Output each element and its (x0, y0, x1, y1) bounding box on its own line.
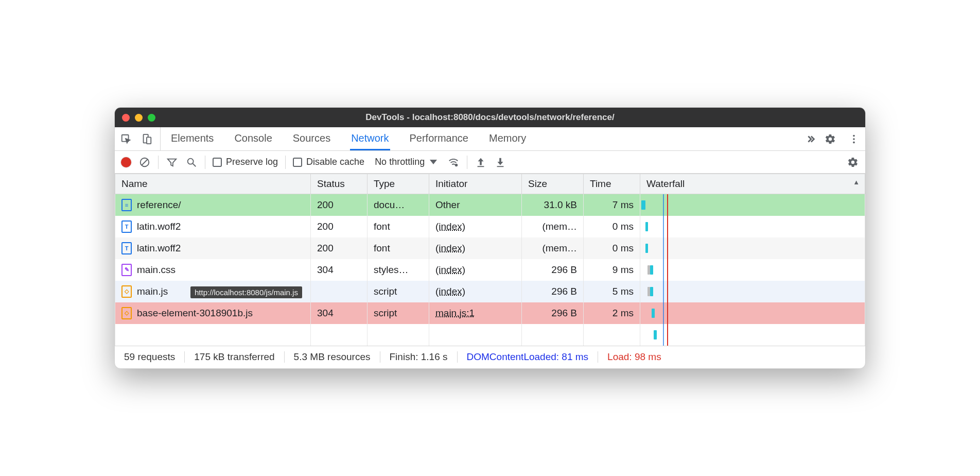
more-tabs-icon[interactable] (804, 133, 817, 145)
request-name: latin.woff2 (137, 221, 181, 232)
status-transferred: 175 kB transferred (185, 351, 284, 363)
panel-settings-gear-icon[interactable] (847, 156, 859, 168)
svg-rect-9 (478, 166, 484, 167)
window-title: DevTools - localhost:8080/docs/devtools/… (115, 112, 865, 123)
waterfall-cell[interactable] (640, 259, 865, 281)
status-load: Load: 98 ms (598, 351, 671, 363)
panel-tabs: ElementsConsoleSourcesNetworkPerformance… (170, 127, 804, 150)
initiator-cell: main.js:1 (429, 302, 522, 324)
time-cell: 9 ms (584, 259, 640, 281)
type-cell: styles… (367, 259, 429, 281)
upload-har-icon[interactable] (475, 156, 487, 168)
request-name: latin.woff2 (137, 243, 181, 254)
waterfall-cell[interactable] (640, 194, 865, 216)
tab-performance[interactable]: Performance (409, 127, 470, 150)
status-cell: 200 (311, 237, 367, 259)
size-cell: (mem… (522, 237, 584, 259)
initiator-link[interactable]: (index) (435, 286, 465, 297)
network-conditions-icon[interactable] (447, 156, 460, 168)
size-cell: 31.0 kB (522, 194, 584, 216)
tab-elements[interactable]: Elements (170, 127, 215, 150)
titlebar: DevTools - localhost:8080/docs/devtools/… (115, 108, 865, 127)
filter-icon[interactable] (166, 156, 178, 168)
col-name[interactable]: Name (115, 174, 311, 194)
waterfall-cell[interactable] (640, 237, 865, 259)
col-status[interactable]: Status (311, 174, 367, 194)
js-file-icon: ◇ (121, 285, 132, 298)
preserve-log-checkbox[interactable]: Preserve log (213, 157, 278, 167)
tab-sources[interactable]: Sources (292, 127, 331, 150)
svg-point-4 (853, 138, 855, 140)
js-file-icon: ◇ (121, 307, 132, 319)
request-name: main.css (137, 264, 176, 276)
throttling-select[interactable]: No throttling (372, 157, 440, 167)
col-time[interactable]: Time (584, 174, 640, 194)
tooltip: http://localhost:8080/js/main.js (190, 286, 302, 298)
status-requests: 59 requests (122, 351, 185, 363)
table-row[interactable]: T latin.woff2 200 font (index) (mem… 0 m… (115, 216, 865, 237)
col-type[interactable]: Type (367, 174, 429, 194)
font-file-icon: T (121, 220, 132, 233)
size-cell: (mem… (522, 216, 584, 237)
chevron-down-icon (430, 160, 437, 164)
col-initiator[interactable]: Initiator (429, 174, 522, 194)
table-row[interactable]: ≡ reference/ 200 docu… Other 31.0 kB 7 m… (115, 194, 865, 216)
record-button[interactable] (121, 157, 131, 167)
inspect-element-icon[interactable] (120, 133, 132, 145)
svg-rect-10 (497, 166, 504, 167)
col-waterfall[interactable]: Waterfall (640, 174, 865, 194)
tab-network[interactable]: Network (350, 127, 390, 150)
initiator-cell: (index) (429, 237, 522, 259)
table-row[interactable]: ◇ main.js http://localhost:8080/js/main.… (115, 281, 865, 302)
waterfall-cell[interactable] (640, 216, 865, 237)
time-cell: 2 ms (584, 302, 640, 324)
size-cell: 296 B (522, 259, 584, 281)
svg-point-7 (188, 158, 194, 164)
tab-console[interactable]: Console (233, 127, 273, 150)
initiator-cell: (index) (429, 259, 522, 281)
waterfall-cell[interactable] (640, 302, 865, 324)
network-table: Name Status Type Initiator Size Time Wat… (115, 174, 865, 346)
throttling-value: No throttling (375, 157, 425, 167)
initiator-link[interactable]: (index) (435, 264, 465, 275)
kebab-menu-icon[interactable] (848, 133, 860, 145)
devtools-window: DevTools - localhost:8080/docs/devtools/… (114, 107, 866, 369)
status-cell: 200 (311, 216, 367, 237)
waterfall-cell[interactable] (640, 281, 865, 302)
search-icon[interactable] (185, 156, 198, 168)
type-cell: script (367, 281, 429, 302)
col-size[interactable]: Size (522, 174, 584, 194)
initiator-link[interactable]: (index) (435, 243, 465, 253)
disable-cache-label: Disable cache (306, 157, 364, 167)
initiator-cell: (index) (429, 216, 522, 237)
settings-gear-icon[interactable] (824, 133, 836, 145)
request-name: main.js (137, 286, 168, 297)
tab-memory[interactable]: Memory (488, 127, 527, 150)
disable-cache-checkbox[interactable]: Disable cache (293, 157, 364, 167)
status-bar: 59 requests 175 kB transferred 5.3 MB re… (115, 346, 865, 368)
download-har-icon[interactable] (494, 156, 506, 168)
tabs-row: ElementsConsoleSourcesNetworkPerformance… (115, 127, 865, 151)
device-toolbar-icon[interactable] (141, 133, 153, 145)
svg-point-3 (853, 135, 855, 137)
svg-rect-2 (147, 137, 151, 144)
clear-icon[interactable] (138, 156, 151, 168)
initiator-cell: Other (429, 194, 522, 216)
table-row[interactable]: ✎ main.css 304 styles… (index) 296 B 9 m… (115, 259, 865, 281)
table-row[interactable]: ◇ base-element-3018901b.js 304 script ma… (115, 302, 865, 324)
status-cell: 304 (311, 302, 367, 324)
initiator-link[interactable]: main.js:1 (435, 308, 475, 318)
svg-point-5 (853, 141, 855, 143)
preserve-log-label: Preserve log (226, 157, 278, 167)
doc-file-icon: ≡ (121, 199, 132, 211)
table-row[interactable]: T latin.woff2 200 font (index) (mem… 0 m… (115, 237, 865, 259)
status-cell (311, 281, 367, 302)
time-cell: 0 ms (584, 237, 640, 259)
status-dcl: DOMContentLoaded: 81 ms (458, 351, 599, 363)
table-header-row: Name Status Type Initiator Size Time Wat… (115, 174, 865, 194)
request-name: base-element-3018901b.js (137, 308, 253, 319)
font-file-icon: T (121, 242, 132, 254)
initiator-link[interactable]: (index) (435, 221, 465, 232)
css-file-icon: ✎ (121, 264, 132, 276)
svg-point-8 (456, 164, 458, 166)
